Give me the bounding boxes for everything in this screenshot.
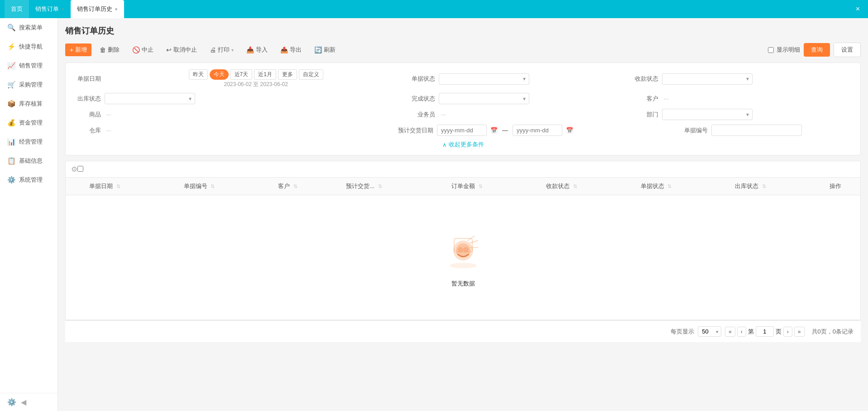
sidebar-item-basic-info[interactable]: 📋 基础信息 <box>0 151 58 170</box>
display-toggle: 显示明细 <box>768 46 800 54</box>
sidebar-item-basic-info-label: 基础信息 <box>19 157 43 165</box>
th-out-status[interactable]: 出库状态 ⇅ <box>729 178 824 195</box>
filter-date-item: 单据日期 昨天 今天 近7天 近1月 更多 自定义 2023-06-02 至 2… <box>73 69 407 88</box>
select-all-checkbox[interactable] <box>77 166 83 172</box>
table-settings-icon[interactable]: ⚙ <box>71 165 77 174</box>
delete-button-label: 删除 <box>108 46 120 54</box>
filter-salesman-control: ··· <box>439 111 630 118</box>
warehouse-dots[interactable]: ··· <box>105 127 113 134</box>
date-btn-7days[interactable]: 近7天 <box>230 69 253 80</box>
current-page-input[interactable] <box>756 326 774 337</box>
query-button[interactable]: 查询 <box>804 43 830 57</box>
dept-select-wrapper <box>662 109 753 120</box>
date-btn-today[interactable]: 今天 <box>210 69 229 80</box>
cancel-stop-icon: ↩ <box>166 46 172 53</box>
page-size-label: 每页显示 <box>671 328 694 336</box>
filter-row-3: 商品 ··· 业务员 ··· 部门 <box>73 109 853 120</box>
display-toggle-checkbox[interactable] <box>768 47 774 53</box>
sidebar-item-purchase-mgmt[interactable]: 🛒 采购管理 <box>0 75 58 94</box>
date-separator: — <box>499 127 511 134</box>
th-receipt-status[interactable]: 收款状态 ⇅ <box>541 178 635 195</box>
settings-button[interactable]: 设置 <box>834 43 861 57</box>
th-no[interactable]: 单据编号 ⇅ <box>178 178 273 195</box>
page-size-select[interactable]: 50 20 100 <box>698 326 721 337</box>
date-btn-1month[interactable]: 近1月 <box>254 69 276 80</box>
tab-sales-history[interactable]: 销售订单历史 × <box>71 0 124 18</box>
tab-home[interactable]: 首页 <box>5 0 29 18</box>
cal-icon-start[interactable]: 📅 <box>490 127 498 134</box>
print-button[interactable]: 🖨 打印 ▾ <box>205 44 238 56</box>
tab-sales-order-close[interactable]: × <box>62 7 64 12</box>
delete-button[interactable]: 🗑 删除 <box>95 44 124 56</box>
outbound-status-select-wrapper <box>105 93 195 104</box>
sidebar-item-inventory-check-label: 库存核算 <box>19 100 43 108</box>
filter-customer-item: 客户 ··· <box>630 95 853 103</box>
import-button[interactable]: 📥 导入 <box>242 44 272 56</box>
sales-mgmt-icon: 📈 <box>7 62 15 70</box>
th-date-sort: ⇅ <box>116 184 120 189</box>
bill-status-select[interactable] <box>439 73 529 85</box>
display-toggle-label: 显示明细 <box>777 46 800 54</box>
cancel-stop-button[interactable]: ↩ 取消中止 <box>162 44 201 56</box>
export-button-label: 导出 <box>290 46 302 54</box>
th-amount[interactable]: 订单金额 ⇅ <box>446 178 541 195</box>
refresh-button[interactable]: 🔄 刷新 <box>310 44 340 56</box>
th-customer[interactable]: 客户 ⇅ <box>273 178 340 195</box>
filter-receipt-status-control <box>662 73 853 85</box>
th-out-status-sort: ⇅ <box>762 184 766 189</box>
filter-row-1: 单据日期 昨天 今天 近7天 近1月 更多 自定义 2023-06-02 至 2… <box>73 69 853 88</box>
new-button[interactable]: + 新增 <box>65 44 91 56</box>
first-page-button[interactable]: « <box>725 327 735 337</box>
sys-mgmt-icon: ⚙️ <box>7 176 15 184</box>
prev-page-button[interactable]: ‹ <box>737 327 746 337</box>
top-bar-actions: × <box>852 3 863 15</box>
sidebar-item-quick-nav[interactable]: ⚡ 快捷导航 <box>0 37 58 56</box>
next-page-button[interactable]: › <box>783 327 792 337</box>
window-close-button[interactable]: × <box>852 3 863 15</box>
expected-date-start[interactable] <box>437 125 487 136</box>
new-icon: + <box>70 46 73 53</box>
sidebar-item-search-menu[interactable]: 🔍 搜索菜单 <box>0 18 58 37</box>
sidebar-item-inventory-check[interactable]: 📦 库存核算 <box>0 94 58 113</box>
sidebar-item-sys-mgmt[interactable]: ⚙️ 系统管理 <box>0 170 58 189</box>
date-btn-yesterday[interactable]: 昨天 <box>189 69 208 80</box>
product-dots[interactable]: ··· <box>105 111 113 118</box>
stop-button[interactable]: 🚫 中止 <box>128 44 158 56</box>
tab-sales-order-label: 销售订单 <box>35 5 59 13</box>
dept-select[interactable] <box>662 109 753 120</box>
purchase-mgmt-icon: 🛒 <box>7 81 15 89</box>
th-date[interactable]: 单据日期 ⇅ <box>84 178 178 195</box>
tab-sales-history-close[interactable]: × <box>115 7 118 12</box>
sidebar-collapse-icon[interactable]: ◀ <box>21 398 26 406</box>
th-customer-sort: ⇅ <box>293 184 297 189</box>
sidebar-item-sales-mgmt[interactable]: 📈 销售管理 <box>0 56 58 75</box>
sidebar-item-ops-mgmt[interactable]: 📊 经营管理 <box>0 132 58 151</box>
tab-sales-order[interactable]: 销售订单 × <box>29 0 71 18</box>
export-button[interactable]: 📤 导出 <box>276 44 306 56</box>
filter-outbound-status-label: 出库状态 <box>73 95 105 103</box>
expected-date-end[interactable] <box>513 125 562 136</box>
salesman-dots[interactable]: ··· <box>439 111 447 118</box>
top-bar: 首页 销售订单 × 销售订单历史 × × <box>0 0 868 18</box>
customer-dots[interactable]: ··· <box>662 95 671 102</box>
sidebar-bottom: ⚙️ ◀ <box>0 393 58 411</box>
date-btn-more[interactable]: 更多 <box>278 69 297 80</box>
sidebar-item-quick-nav-label: 快捷导航 <box>19 43 43 51</box>
sidebar-item-capital-mgmt[interactable]: 💰 资金管理 <box>0 113 58 132</box>
filter-expected-date-item: 预计交货日期 📅 — 📅 <box>398 125 680 136</box>
cal-icon-end[interactable]: 📅 <box>566 127 573 134</box>
last-page-button[interactable]: » <box>794 327 805 337</box>
filter-order-no-item: 单据编号 <box>680 125 853 136</box>
quick-nav-icon: ⚡ <box>7 43 15 51</box>
order-no-input[interactable] <box>711 125 802 136</box>
th-bill-status[interactable]: 单据状态 ⇅ <box>635 178 730 195</box>
receipt-status-select[interactable] <box>662 73 753 85</box>
th-checkbox <box>66 178 84 195</box>
collapse-button[interactable]: ∧ 收起更多条件 <box>442 140 484 149</box>
print-dropdown-icon: ▾ <box>231 48 234 53</box>
outbound-status-select[interactable] <box>105 93 195 104</box>
complete-status-select[interactable] <box>439 93 529 104</box>
date-btn-custom[interactable]: 自定义 <box>299 69 323 80</box>
sidebar-settings-icon[interactable]: ⚙️ <box>7 398 16 406</box>
th-expected-date[interactable]: 预计交货... ⇅ <box>340 178 446 195</box>
